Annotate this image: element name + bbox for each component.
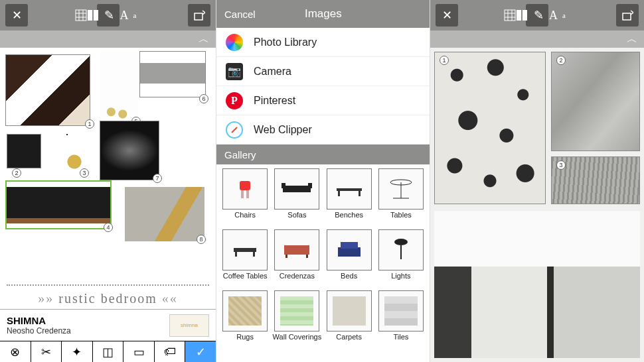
cancel-button[interactable]: Cancel [224, 9, 256, 20]
close-button[interactable]: ✕ [5, 4, 28, 27]
gallery-label: Tiles [393, 333, 408, 341]
tile-number-badge: 3 [556, 160, 566, 170]
edit-toolbar: ⊗ ✂ ✦ ◫ ▭ 🏷 ✓ [0, 341, 216, 362]
room-photo[interactable] [434, 211, 640, 358]
picker-header: Cancel Images [216, 0, 430, 28]
board-item[interactable] [5, 54, 90, 126]
tile-number-badge: 2 [556, 56, 566, 65]
gallery-thumbnail [222, 290, 268, 332]
moodboard-canvas[interactable]: 1 5 6 2 3 7 4 8 rustic bedroom [0, 48, 216, 309]
svg-rect-12 [359, 191, 361, 196]
remove-button[interactable]: ⊗ [0, 341, 31, 362]
gallery-label: Lights [391, 272, 410, 280]
tag-button[interactable]: 🏷 [155, 341, 186, 362]
board-title: rustic bedroom [7, 284, 209, 306]
gallery-category[interactable]: Beds [325, 229, 374, 288]
board-item-selected[interactable] [5, 180, 112, 229]
gallery-label: Sofas [287, 211, 306, 219]
crop-icon: ✂ [41, 345, 51, 359]
item-number-badge: 2 [12, 168, 21, 178]
selection-info-bar: SHIMNA Neosho Credenza shimna [0, 309, 216, 341]
share-button[interactable] [188, 4, 210, 27]
grid-icon [75, 9, 87, 21]
gallery-thumbnail [222, 168, 268, 210]
text-button[interactable]: Aa [549, 4, 570, 27]
svg-rect-16 [234, 248, 256, 252]
grid-button[interactable] [75, 4, 87, 27]
layout-icon [87, 9, 99, 21]
gallery-category[interactable]: Benches [325, 168, 374, 227]
layout-button[interactable] [87, 4, 99, 27]
canvas-tool-group: ✎ Aa [526, 4, 548, 27]
layer-button[interactable]: ▭ [123, 341, 155, 362]
gallery-label: Chairs [234, 211, 256, 219]
source-row-pinterest[interactable]: PPinterest [216, 86, 430, 115]
draw-button[interactable]: ✎ [528, 4, 549, 27]
board-item[interactable] [100, 121, 159, 180]
pencil-icon: ✎ [528, 4, 549, 27]
svg-rect-8 [282, 183, 285, 188]
source-row-photos[interactable]: Photo Library [216, 28, 430, 57]
source-row-camera[interactable]: 📷Camera [216, 57, 430, 86]
source-row-webclip[interactable]: Web Clipper [216, 115, 430, 145]
svg-rect-4 [240, 181, 250, 190]
sub-toolbar[interactable]: ︿ [430, 30, 644, 48]
gallery-thumbnail [222, 229, 268, 271]
crop-button[interactable]: ✂ [31, 341, 62, 362]
gallery-category[interactable]: Coffee Tables [220, 229, 270, 288]
board-item[interactable] [7, 134, 41, 168]
gallery-thumbnail [378, 290, 424, 332]
gallery-category[interactable]: Carpets [325, 290, 374, 349]
magic-wand-icon: ✦ [72, 345, 82, 359]
grid-button[interactable] [504, 4, 516, 27]
gallery-category[interactable]: Lights [376, 229, 426, 288]
share-button[interactable] [616, 4, 639, 27]
confirm-button[interactable]: ✓ [185, 341, 216, 362]
close-button[interactable]: ✕ [436, 4, 458, 27]
svg-rect-29 [623, 13, 631, 20]
shape-button[interactable]: ◫ [93, 341, 124, 362]
item-number-badge: 7 [153, 174, 162, 183]
svg-rect-1 [88, 10, 92, 21]
selection-brand: SHIMNA [7, 315, 71, 326]
grid-icon [504, 9, 516, 21]
layout-icon [516, 9, 528, 21]
magic-button[interactable]: ✦ [62, 341, 93, 362]
gallery-category[interactable]: Sofas [272, 168, 321, 227]
gallery-thumbnail [327, 168, 372, 210]
material-tile[interactable] [434, 52, 546, 204]
pencil-icon: ✎ [99, 4, 120, 27]
remove-icon: ⊗ [10, 345, 20, 359]
material-canvas[interactable]: 1 2 3 [430, 48, 644, 362]
gallery-thumbnail [274, 229, 319, 271]
gallery-category[interactable]: Tables [376, 168, 426, 227]
gallery-label: Beds [341, 272, 357, 280]
svg-rect-22 [338, 247, 361, 257]
gallery-label: Tables [390, 211, 412, 219]
source-list: Photo Library📷CameraPPinterestWeb Clippe… [216, 28, 430, 145]
board-item[interactable] [46, 134, 86, 171]
brand-thumbnail[interactable]: shimna [169, 314, 209, 337]
draw-button[interactable]: ✎ [99, 4, 120, 27]
material-tile[interactable] [551, 52, 640, 151]
material-board-screen: ✕ ✎ Aa ︿ 1 2 3 [430, 0, 644, 362]
close-icon: ✕ [12, 8, 22, 23]
board-item[interactable] [100, 51, 138, 123]
svg-rect-21 [306, 255, 308, 258]
gallery-category[interactable]: Wall Coverings [272, 290, 321, 349]
gallery-category[interactable]: Tiles [376, 290, 426, 349]
webclip-icon [226, 121, 243, 139]
gallery-category[interactable]: Chairs [220, 168, 270, 227]
text-button[interactable]: Aa [120, 4, 141, 27]
item-number-badge: 1 [85, 119, 94, 129]
gallery-label: Benches [335, 211, 363, 219]
gallery-category[interactable]: Rugs [220, 290, 270, 349]
tag-icon: 🏷 [164, 345, 176, 359]
layout-button[interactable] [516, 4, 528, 27]
sub-toolbar[interactable]: ︿ [0, 30, 216, 48]
pinterest-icon: P [226, 92, 243, 109]
board-item[interactable] [125, 187, 204, 241]
board-item[interactable] [139, 51, 206, 97]
gallery-label: Coffee Tables [223, 272, 268, 280]
gallery-category[interactable]: Credenzas [272, 229, 321, 288]
